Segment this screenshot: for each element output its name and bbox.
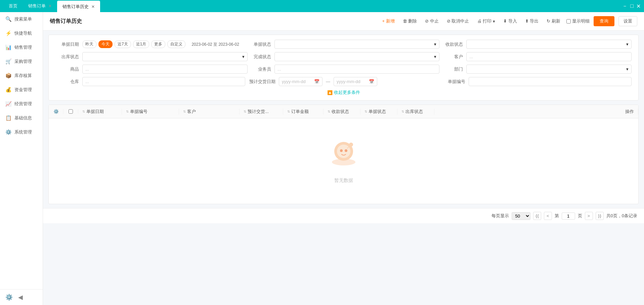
out-status-select[interactable]: ▾	[82, 52, 248, 61]
sort-date-icon[interactable]: ⇅	[82, 110, 85, 113]
warehouse-input[interactable]: ...	[82, 77, 245, 86]
cancel-stop-button[interactable]: ⊘ 取消中止	[445, 17, 471, 26]
svg-point-2	[337, 145, 350, 158]
page-header: 销售订单历史 + 新增 🗑 删除 ⊘ 中止 ⊘ 取消中止 🖨 打印 ▾	[43, 12, 644, 31]
tab-sales-order-history[interactable]: 销售订单历史 ✕	[57, 1, 100, 13]
th-delivery-label: 预计交货...	[248, 109, 269, 115]
new-button[interactable]: + 新增	[380, 17, 396, 26]
page-number-input[interactable]	[562, 213, 575, 220]
receipt-status-select[interactable]: ▾	[466, 40, 632, 49]
tab-sales-order-close[interactable]: ✕	[48, 4, 52, 8]
receipt-status-chevron: ▾	[626, 42, 629, 47]
refresh-button[interactable]: ↻ 刷新	[545, 17, 562, 26]
date-control: 昨天 今天 近7天 近1月 更多 自定义 2023-06-02 至 2023-0…	[82, 40, 248, 48]
sidebar-settings-icon[interactable]: ⚙️	[5, 294, 13, 301]
search-icon: 🔍	[5, 16, 12, 22]
customer-input[interactable]: ...	[466, 52, 632, 61]
warehouse-label: 仓库	[55, 79, 82, 85]
sort-amount-icon[interactable]: ⇅	[287, 110, 290, 113]
select-all-checkbox[interactable]	[69, 109, 73, 114]
th-receipt-label: 收款状态	[332, 109, 349, 115]
sort-docno-icon[interactable]: ⇅	[126, 110, 129, 113]
page-title: 销售订单历史	[50, 18, 82, 25]
doc-status-chevron: ▾	[434, 42, 436, 47]
customer-label: 客户	[439, 54, 466, 60]
query-button[interactable]: 查询	[594, 16, 614, 26]
content-area: 销售订单历史 + 新增 🗑 删除 ⊘ 中止 ⊘ 取消中止 🖨 打印 ▾	[43, 12, 644, 305]
sidebar-item-search-label: 搜索菜单	[14, 16, 32, 22]
minimize-icon[interactable]: －	[622, 3, 628, 10]
sort-delivery-icon[interactable]: ⇅	[244, 110, 246, 113]
delivery-date-start[interactable]: yyyy-mm-dd 📅	[279, 77, 323, 86]
tab-sales-order[interactable]: 销售订单 ✕	[23, 0, 57, 12]
receipt-status-label: 收款状态	[439, 41, 466, 47]
sidebar-item-system-label: 系统管理	[14, 129, 32, 135]
goods-label: 商品	[55, 66, 82, 72]
delete-button[interactable]: 🗑 删除	[401, 17, 419, 26]
custom-btn[interactable]: 自定义	[167, 40, 185, 48]
doc-no-input[interactable]	[469, 77, 632, 86]
sidebar-item-purchase[interactable]: 🛒 采购管理	[0, 54, 43, 69]
tab-sales-order-history-close[interactable]: ✕	[91, 4, 95, 9]
th-settings[interactable]: ⚙️	[49, 109, 63, 114]
sort-receipt-icon[interactable]: ⇅	[328, 110, 330, 113]
calendar-start-icon[interactable]: 📅	[314, 79, 319, 84]
more-btn[interactable]: 更多	[151, 40, 165, 48]
sort-docstatus-icon[interactable]: ⇅	[364, 110, 367, 113]
doc-status-select[interactable]: ▾	[274, 40, 440, 49]
filter-area: 单据日期 昨天 今天 近7天 近1月 更多 自定义 2023-06-02 至 2…	[48, 35, 639, 101]
sidebar-item-operations[interactable]: 📈 经营管理	[0, 97, 43, 111]
calendar-end-icon[interactable]: 📅	[369, 79, 374, 84]
sidebar-item-basic-info[interactable]: 📋 基础信息	[0, 111, 43, 125]
tab-home[interactable]: 首页	[3, 0, 23, 12]
complete-status-select[interactable]: ▾	[274, 52, 440, 61]
out-status-chevron: ▾	[242, 54, 245, 59]
print-button[interactable]: 🖨 打印 ▾	[475, 17, 498, 26]
filter-row-2: 出库状态 ▾ 完成状态 ▾ 客户 ...	[55, 52, 632, 61]
salesperson-input[interactable]: ...	[274, 65, 440, 74]
setting-button[interactable]: 设置	[618, 16, 637, 26]
goods-input[interactable]: ...	[82, 65, 248, 74]
sidebar-item-finance[interactable]: 💰 资金管理	[0, 83, 43, 97]
sidebar-collapse-icon[interactable]: ◀	[18, 294, 23, 301]
warehouse-control: ...	[82, 77, 245, 86]
today-btn[interactable]: 今天	[98, 40, 113, 48]
table-area: ⚙️ ⇅ 单据日期 ⇅ 单据编号 ⇅ 客户 ⇅	[48, 105, 639, 204]
sidebar-item-system[interactable]: ⚙️ 系统管理	[0, 125, 43, 139]
month-btn[interactable]: 近1月	[133, 40, 149, 48]
sort-outstatus-icon[interactable]: ⇅	[401, 110, 404, 113]
import-button[interactable]: ⬇ 导入	[501, 17, 519, 26]
show-detail-checkbox[interactable]	[566, 19, 571, 24]
sidebar-item-sales[interactable]: 📊 销售管理	[0, 40, 43, 54]
per-page-select[interactable]: 50 10 20 100	[512, 212, 530, 220]
top-bar: 首页 销售订单 ✕ 销售订单历史 ✕ － □ ✕	[0, 0, 644, 12]
show-detail-toggle[interactable]: 显示明细	[566, 18, 590, 24]
stop-button[interactable]: ⊘ 中止	[423, 17, 441, 26]
page-unit: 页	[578, 213, 582, 219]
close-icon[interactable]: ✕	[636, 3, 641, 9]
delete-label: 🗑 删除	[403, 18, 417, 24]
next-page-button[interactable]: ＞	[585, 212, 593, 220]
dept-select[interactable]: ▾	[466, 65, 632, 74]
sidebar-item-inventory[interactable]: 📦 库存核算	[0, 69, 43, 83]
delivery-date-end[interactable]: yyyy-mm-dd 📅	[334, 77, 377, 86]
doc-status-control: ▾	[274, 40, 440, 49]
quicknav-icon: ⚡	[5, 30, 12, 36]
first-page-button[interactable]: ⟨⟨	[533, 212, 541, 220]
last-page-button[interactable]: ⟩⟩	[596, 212, 604, 220]
th-check[interactable]	[63, 109, 78, 114]
prev-page-button[interactable]: ＜	[544, 212, 552, 220]
th-docno-label: 单据编号	[130, 109, 147, 115]
pagination-bar: 每页显示 50 10 20 100 ⟨⟨ ＜ 第 页 ＞ ⟩⟩ 共0页，0条记录	[43, 208, 644, 223]
collapse-row[interactable]: 🔼 收起更多条件	[55, 89, 632, 96]
yesterday-btn[interactable]: 昨天	[82, 40, 96, 48]
settings-gear-icon[interactable]: ⚙️	[53, 109, 59, 114]
sidebar-item-quicknav[interactable]: ⚡ 快捷导航	[0, 26, 43, 40]
sort-customer-icon[interactable]: ⇅	[183, 110, 186, 113]
salesperson-control: ...	[274, 65, 440, 74]
maximize-icon[interactable]: □	[630, 3, 634, 9]
sidebar-item-search[interactable]: 🔍 搜索菜单	[0, 12, 43, 26]
export-button[interactable]: ⬆ 导出	[523, 17, 541, 26]
sidebar: 🔍 搜索菜单 ⚡ 快捷导航 📊 销售管理 🛒 采购管理 📦 库存核算 💰 资金管…	[0, 12, 43, 305]
7days-btn[interactable]: 近7天	[115, 40, 131, 48]
